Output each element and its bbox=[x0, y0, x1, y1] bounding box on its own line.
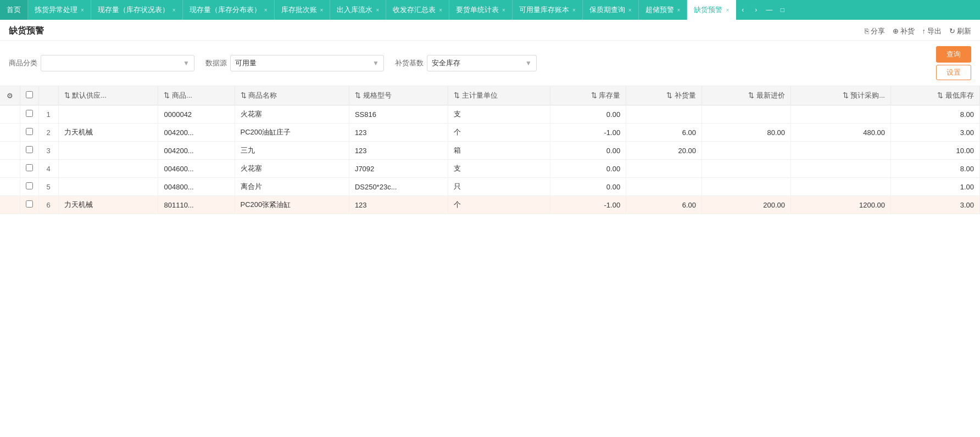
window-min-btn[interactable]: — bbox=[762, 0, 776, 20]
row-stock: -1.00 bbox=[550, 124, 626, 142]
row-latest-price: 200.00 bbox=[702, 196, 791, 214]
datasource-dropdown-icon: ▼ bbox=[372, 59, 379, 67]
row-code: 801110... bbox=[158, 196, 235, 214]
row-name: 火花塞 bbox=[235, 160, 349, 178]
refresh-icon: ↻ bbox=[949, 27, 955, 35]
replenish-filter-group: 补货基数 安全库存 ▼ bbox=[395, 55, 537, 71]
tab-prev-btn[interactable]: ‹ bbox=[736, 0, 749, 20]
col-est-purchase[interactable]: ⇅ 预计采购... bbox=[790, 86, 890, 105]
row-supplier bbox=[58, 142, 158, 160]
row-checkbox-cell bbox=[20, 105, 38, 124]
col-min-stock[interactable]: ⇅ 最低库存 bbox=[890, 86, 979, 105]
row-checkbox[interactable] bbox=[26, 164, 33, 171]
tab-inout-flow[interactable]: 出入库流水 × bbox=[330, 0, 386, 20]
row-latest-price bbox=[702, 142, 791, 160]
row-unit: 支 bbox=[448, 160, 550, 178]
row-number: 2 bbox=[38, 124, 58, 142]
select-all-checkbox[interactable] bbox=[26, 91, 33, 98]
tab-shortage[interactable]: 缺货预警 × bbox=[687, 0, 736, 20]
tab-picking[interactable]: 拣货异常处理 × bbox=[28, 0, 91, 20]
row-latest-price bbox=[702, 105, 791, 124]
tab-home[interactable]: 首页 bbox=[0, 0, 28, 20]
replenish-icon: ⊕ bbox=[893, 27, 899, 35]
col-unit[interactable]: ⇅ 主计量单位 bbox=[448, 86, 550, 105]
table-row: 3 004200... 三九 123 箱 0.00 20.00 10.00 bbox=[0, 142, 980, 160]
close-tab-order-stats[interactable]: × bbox=[502, 7, 505, 13]
tab-overstock[interactable]: 超储预警 × bbox=[639, 0, 688, 20]
row-checkbox[interactable] bbox=[26, 182, 33, 189]
datasource-select-value: 可用量 bbox=[235, 58, 257, 68]
row-replenish: 20.00 bbox=[626, 142, 702, 160]
tab-order-stats[interactable]: 要货单统计表 × bbox=[449, 0, 513, 20]
tab-summary[interactable]: 收发存汇总表 × bbox=[386, 0, 449, 20]
row-unit: 个 bbox=[448, 124, 550, 142]
page-header: 缺货预警 ⎘ 分享 ⊕ 补货 ↑ 导出 ↻ 刷新 bbox=[0, 20, 980, 41]
row-replenish: 6.00 bbox=[626, 124, 702, 142]
export-icon: ↑ bbox=[922, 27, 926, 35]
tab-batch[interactable]: 库存批次账 × bbox=[275, 0, 331, 20]
query-button[interactable]: 查询 bbox=[936, 46, 971, 63]
row-name: PC200油缸庄子 bbox=[235, 124, 349, 142]
replenish-select[interactable]: 安全库存 ▼ bbox=[427, 55, 537, 71]
row-stock: 0.00 bbox=[550, 105, 626, 124]
row-checkbox-cell bbox=[20, 142, 38, 160]
tab-next-btn[interactable]: › bbox=[749, 0, 762, 20]
close-tab-overstock[interactable]: × bbox=[677, 7, 681, 13]
close-tab-shortage[interactable]: × bbox=[726, 7, 729, 13]
close-tab-summary[interactable]: × bbox=[439, 7, 442, 13]
tab-expiry[interactable]: 保质期查询 × bbox=[583, 0, 639, 20]
table-row: 4 004600... 火花塞 J7092 支 0.00 8.00 bbox=[0, 160, 980, 178]
row-est-purchase bbox=[790, 160, 890, 178]
row-est-purchase: 480.00 bbox=[790, 124, 890, 142]
close-tab-expiry[interactable]: × bbox=[628, 7, 632, 13]
row-latest-price: 80.00 bbox=[702, 124, 791, 142]
sort-icon: ⇅ bbox=[937, 91, 945, 99]
col-name[interactable]: ⇅ 商品名称 bbox=[235, 86, 349, 105]
close-tab-batch[interactable]: × bbox=[320, 7, 324, 13]
row-code: 0000042 bbox=[158, 105, 235, 124]
settings-button[interactable]: 设置 bbox=[936, 65, 971, 80]
export-button[interactable]: ↑ 导出 bbox=[922, 26, 942, 36]
sort-icon: ⇅ bbox=[843, 91, 851, 99]
row-supplier bbox=[58, 178, 158, 196]
row-checkbox[interactable] bbox=[26, 146, 33, 153]
col-no bbox=[38, 86, 58, 105]
tab-stock-status[interactable]: 现存量（库存状况表） × bbox=[91, 0, 183, 20]
row-gear bbox=[0, 178, 20, 196]
row-min-stock: 3.00 bbox=[890, 196, 979, 214]
table-row: 6 力天机械 801110... PC200张紧油缸 123 个 -1.00 6… bbox=[0, 196, 980, 214]
row-number: 1 bbox=[38, 105, 58, 124]
close-tab-available[interactable]: × bbox=[572, 7, 576, 13]
col-stock[interactable]: ⇅ 库存量 bbox=[550, 86, 626, 105]
tab-stock-dist[interactable]: 现存量（库存分布表） × bbox=[183, 0, 275, 20]
row-checkbox[interactable] bbox=[26, 128, 33, 135]
replenish-button[interactable]: ⊕ 补货 bbox=[893, 26, 915, 36]
row-checkbox[interactable] bbox=[26, 200, 33, 208]
refresh-button[interactable]: ↻ 刷新 bbox=[949, 26, 971, 36]
close-tab-inout-flow[interactable]: × bbox=[376, 7, 379, 13]
datasource-select[interactable]: 可用量 ▼ bbox=[230, 55, 384, 71]
window-max-btn[interactable]: □ bbox=[776, 0, 789, 20]
category-select[interactable]: ▼ bbox=[41, 55, 194, 71]
tab-available[interactable]: 可用量库存账本 × bbox=[513, 0, 583, 20]
col-supplier[interactable]: ⇅ 默认供应... bbox=[58, 86, 158, 105]
row-checkbox[interactable] bbox=[26, 110, 33, 117]
col-code[interactable]: ⇅ 商品... bbox=[158, 86, 235, 105]
close-tab-stock-status[interactable]: × bbox=[172, 7, 176, 13]
row-unit: 只 bbox=[448, 178, 550, 196]
close-tab-stock-dist[interactable]: × bbox=[264, 7, 268, 13]
col-latest-price[interactable]: ⇅ 最新进价 bbox=[702, 86, 791, 105]
close-tab-picking[interactable]: × bbox=[81, 7, 84, 13]
col-settings[interactable]: ⚙ bbox=[0, 86, 20, 105]
row-name: 三九 bbox=[235, 142, 349, 160]
main-area: 缺货预警 ⎘ 分享 ⊕ 补货 ↑ 导出 ↻ 刷新 商品分类 bbox=[0, 20, 980, 437]
row-est-purchase bbox=[790, 142, 890, 160]
share-button[interactable]: ⎘ 分享 bbox=[865, 26, 885, 36]
tab-bar: 首页 拣货异常处理 × 现存量（库存状况表） × 现存量（库存分布表） × 库存… bbox=[0, 0, 980, 20]
col-replenish[interactable]: ⇅ 补货量 bbox=[626, 86, 702, 105]
row-supplier bbox=[58, 160, 158, 178]
page-title: 缺货预警 bbox=[9, 25, 44, 37]
row-replenish bbox=[626, 105, 702, 124]
col-spec[interactable]: ⇅ 规格型号 bbox=[349, 86, 448, 105]
datasource-label: 数据源 bbox=[205, 58, 227, 68]
